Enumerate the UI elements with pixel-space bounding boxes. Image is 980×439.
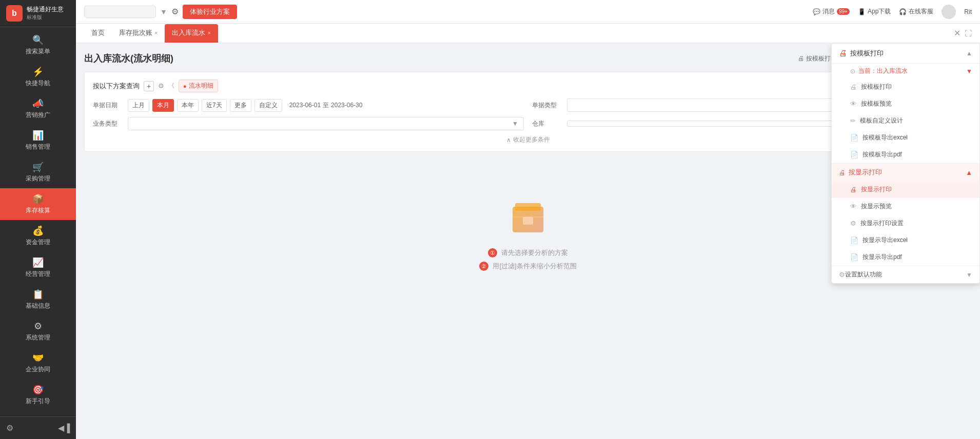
- tab-batch-account[interactable]: 库存批次账 ×: [112, 24, 165, 43]
- sidebar-footer: ⚙ ◀▐: [0, 416, 76, 439]
- tabs-close-all-btn[interactable]: ✕: [954, 28, 961, 38]
- dropdown-footer[interactable]: ⚙ 设置默认功能 ▼: [832, 266, 979, 283]
- filter-date-item: 单据日期 上月 本月 本年 近7天 更多 自定义 2023-06-01 至 20…: [93, 99, 524, 112]
- app-download-btn[interactable]: 📱 App下载: [858, 7, 891, 16]
- message-btn[interactable]: 💬 消息 99+: [813, 7, 850, 16]
- tab-home-label: 首页: [91, 28, 105, 37]
- date-separator: 至: [323, 101, 329, 110]
- display-section-arrow: ▲: [966, 169, 972, 176]
- dropdown-template-header[interactable]: 🖨 按模板打印 ▲: [832, 44, 979, 64]
- enterprise-icon: 🤝: [32, 352, 44, 364]
- sidebar-item-finance[interactable]: 💰 资金管理: [0, 220, 76, 252]
- sidebar-collapse-btn[interactable]: ◀▐: [58, 423, 70, 433]
- header-search-btn[interactable]: ▼: [160, 8, 167, 16]
- filter-business-select[interactable]: ▼: [128, 117, 524, 130]
- filter-title: 按以下方案查询: [93, 82, 140, 91]
- tabs-right-actions: ✕ ⛶: [954, 28, 972, 38]
- display-print-item-icon: 🖨: [850, 186, 857, 193]
- chevron-up-icon2: ∧: [506, 136, 511, 144]
- date-btn-custom[interactable]: 自定义: [254, 99, 282, 112]
- tab-batch-account-close[interactable]: ×: [154, 30, 158, 36]
- filter-business-item: 业务类型 ▼: [93, 117, 524, 130]
- header: ▼ ⚙ 体验行业方案 💬 消息 99+ 📱 App下载 🎧 在线客服 Rit: [76, 0, 980, 24]
- filter-date-label: 单据日期: [93, 101, 124, 110]
- svg-rect-1: [515, 203, 541, 211]
- sidebar-item-inventory[interactable]: 📦 库存核算: [0, 188, 76, 220]
- date-btn-more[interactable]: 更多: [230, 99, 251, 112]
- empty-step-2: ② 用[过滤]条件来缩小分析范围: [479, 262, 576, 271]
- header-gear-icon[interactable]: ⚙: [171, 7, 179, 16]
- main-content: ▼ ⚙ 体验行业方案 💬 消息 99+ 📱 App下载 🎧 在线客服 Rit: [76, 0, 980, 439]
- dropdown-current-selection[interactable]: ⊙ 当前：出入库流水 ▼: [832, 64, 979, 78]
- online-service-btn[interactable]: 🎧 在线客服: [899, 7, 933, 16]
- filter-tag-label: 流水明细: [189, 82, 213, 90]
- tab-flow[interactable]: 出入库流水 ×: [165, 24, 218, 43]
- filter-add-btn[interactable]: +: [144, 81, 154, 91]
- date-btn-last-month[interactable]: 上月: [128, 99, 149, 112]
- dropdown-template-customize[interactable]: ✏ 模板自定义设计: [832, 112, 979, 129]
- dropdown-display-preview[interactable]: 👁 按显示预览: [832, 198, 979, 215]
- filter-collapse-btn[interactable]: 《: [168, 82, 174, 90]
- print-icon: 🖨: [798, 55, 804, 62]
- step-2-text: 用[过滤]条件来缩小分析范围: [493, 262, 576, 271]
- dropdown-display-excel[interactable]: 📄 按显示导出excel: [832, 232, 979, 249]
- tab-batch-account-label: 库存批次账: [119, 28, 152, 37]
- display-print-item-label: 按显示打印: [861, 185, 892, 194]
- sidebar-item-purchase[interactable]: 🛒 采购管理: [0, 156, 76, 188]
- dropdown-display-header[interactable]: 🖨 按显示打印 ▲: [832, 164, 979, 181]
- date-btn-last7[interactable]: 近7天: [202, 99, 227, 112]
- sidebar-item-basic-info[interactable]: 📋 基础信息: [0, 284, 76, 315]
- dropdown-current-label: ⊙ 当前：出入库流水: [850, 67, 908, 75]
- app-download-icon: 📱: [858, 8, 866, 15]
- sidebar-item-operations[interactable]: 📈 经营管理: [0, 252, 76, 284]
- sidebar-item-search[interactable]: 🔍 搜索菜单: [0, 29, 76, 61]
- display-settings-icon: ⚙: [850, 220, 856, 227]
- search-icon: 🔍: [32, 34, 44, 46]
- search-input[interactable]: [84, 6, 156, 18]
- filter-tag-icon: ●: [183, 83, 187, 89]
- step-1-text: 请先选择要分析的方案: [501, 248, 568, 257]
- avatar[interactable]: [942, 5, 956, 19]
- date-btn-this-year[interactable]: 本年: [177, 99, 199, 112]
- sidebar-item-marketing[interactable]: 📣 营销推广: [0, 93, 76, 125]
- display-excel-icon: 📄: [850, 236, 858, 244]
- sidebar-item-system[interactable]: ⚙ 系统管理: [0, 315, 76, 347]
- dropdown-display-print[interactable]: 🖨 按显示打印: [832, 181, 979, 198]
- template-pdf-label: 按模板导出pdf: [863, 150, 902, 159]
- purchase-icon: 🛒: [32, 162, 44, 173]
- template-customize-icon: ✏: [850, 117, 856, 125]
- dropdown-display-settings[interactable]: ⚙ 按显示打印设置: [832, 215, 979, 232]
- tabs-expand-btn[interactable]: ⛶: [965, 29, 972, 37]
- template-preview-label: 按模板预览: [861, 99, 892, 108]
- operations-icon: 📈: [32, 257, 44, 268]
- sidebar-item-guide[interactable]: 🎯 新手引导: [0, 379, 76, 411]
- sidebar-settings-btn[interactable]: ⚙: [6, 423, 13, 433]
- dropdown-display-title-text: 按显示打印: [849, 168, 882, 177]
- display-settings-label: 按显示打印设置: [860, 219, 904, 228]
- print-dropdown-panel: 🖨 按模板打印 ▲ ⊙ 当前：出入库流水 ▼ 🖨 按模板打印 👁 按: [831, 43, 980, 284]
- dropdown-template-excel[interactable]: 📄 按模板导出excel: [832, 129, 979, 146]
- empty-step-1: ① 请先选择要分析的方案: [488, 248, 568, 257]
- sidebar-item-enterprise[interactable]: 🤝 企业协同: [0, 347, 76, 379]
- step-1-num: ①: [488, 248, 497, 257]
- dropdown-template-print[interactable]: 🖨 按模板打印: [832, 78, 979, 95]
- filter-gear-btn[interactable]: ⚙: [158, 82, 164, 90]
- sidebar-item-sales[interactable]: 📊 销售管理: [0, 125, 76, 156]
- lightning-icon: ⚡: [32, 66, 44, 77]
- dropdown-template-pdf[interactable]: 📄 按模板导出pdf: [832, 146, 979, 163]
- dropdown-template-preview[interactable]: 👁 按模板预览: [832, 95, 979, 112]
- message-badge: 99+: [837, 8, 850, 15]
- dropdown-template-title-text: 按模板打印: [850, 49, 884, 58]
- current-selection-text: 当前：出入库流水: [858, 67, 908, 75]
- printer-icon: 🖨: [839, 49, 847, 58]
- sidebar-item-label: 系统管理: [26, 333, 50, 342]
- tab-home[interactable]: 首页: [84, 24, 112, 43]
- display-excel-label: 按显示导出excel: [863, 236, 908, 245]
- template-excel-icon: 📄: [850, 134, 858, 142]
- tab-flow-close[interactable]: ×: [207, 30, 210, 36]
- dropdown-display-pdf[interactable]: 📄 按显示导出pdf: [832, 249, 979, 266]
- sidebar-item-quick-nav[interactable]: ⚡ 快捷导航: [0, 61, 76, 93]
- sidebar-item-app-center[interactable]: 🔲 应用中心: [0, 411, 76, 416]
- date-btn-this-month[interactable]: 本月: [152, 99, 174, 112]
- trial-button[interactable]: 体验行业方案: [183, 5, 237, 19]
